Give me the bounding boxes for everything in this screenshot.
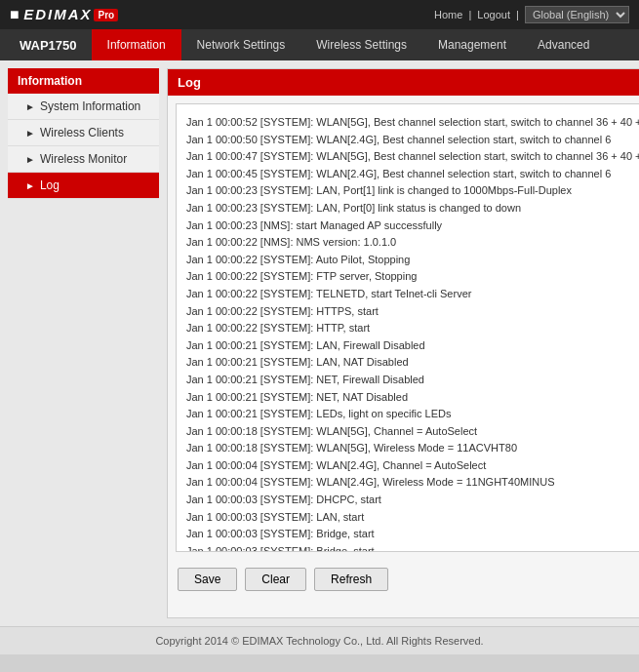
arrow-icon: ► [25, 101, 35, 112]
header-links: Home | Logout | Global (English) [434, 6, 629, 23]
log-entry: Jan 1 00:00:21 [SYSTEM]: LEDs, light on … [186, 406, 639, 423]
language-select[interactable]: Global (English) [525, 6, 629, 23]
log-entry: Jan 1 00:00:21 [SYSTEM]: LAN, NAT Disabl… [186, 354, 639, 372]
tab-management[interactable]: Management [422, 29, 522, 60]
log-entry: Jan 1 00:00:03 [SYSTEM]: Bridge, start [186, 543, 639, 552]
footer-text: Copyright 2014 © EDIMAX Technology Co., … [155, 635, 483, 647]
log-entry: Jan 1 00:00:03 [SYSTEM]: LAN, start [186, 509, 639, 527]
log-entry: Jan 1 00:00:22 [SYSTEM]: FTP server, Sto… [186, 268, 639, 286]
content-panel: Log Jan 1 00:00:52 [SYSTEM]: WLAN[5G], B… [167, 68, 639, 618]
sidebar-header: Information [8, 68, 159, 94]
arrow-icon: ► [25, 128, 35, 138]
log-entry: Jan 1 00:00:18 [SYSTEM]: WLAN[5G], Wirel… [186, 440, 639, 457]
log-entry: Jan 1 00:00:22 [SYSTEM]: HTTP, start [186, 320, 639, 337]
tab-wireless-settings[interactable]: Wireless Settings [300, 29, 422, 60]
log-entry: Jan 1 00:00:22 [SYSTEM]: TELNETD, start … [186, 286, 639, 303]
button-row: Save Clear Refresh [168, 560, 639, 599]
logout-link[interactable]: Logout [477, 9, 510, 20]
sidebar-item-wireless-clients[interactable]: ► Wireless Clients [8, 120, 159, 146]
log-entry: Jan 1 00:00:50 [SYSTEM]: WLAN[2.4G], Bes… [186, 132, 639, 149]
log-entry: Jan 1 00:00:04 [SYSTEM]: WLAN[2.4G], Cha… [186, 457, 639, 475]
logo-pro-badge: Pro [94, 9, 118, 21]
log-entry: Jan 1 00:00:52 [SYSTEM]: WLAN[5G], Best … [186, 114, 639, 132]
sidebar-item-log[interactable]: ► Log [8, 173, 159, 199]
log-entry: Jan 1 00:00:22 [NMS]: NMS version: 1.0.1… [186, 234, 639, 252]
refresh-button[interactable]: Refresh [314, 568, 388, 591]
content-title: Log [168, 69, 639, 96]
tab-network-settings[interactable]: Network Settings [181, 29, 301, 60]
log-entry: Jan 1 00:00:21 [SYSTEM]: NET, NAT Disabl… [186, 389, 639, 407]
logo: ■ EDIMAX Pro [10, 6, 118, 23]
log-entry: Jan 1 00:00:03 [SYSTEM]: Bridge, start [186, 526, 639, 543]
arrow-icon: ► [25, 180, 35, 191]
sidebar-item-system-information[interactable]: ► System Information [8, 94, 159, 120]
log-entry: Jan 1 00:00:45 [SYSTEM]: WLAN[2.4G], Bes… [186, 166, 639, 183]
log-entry: Jan 1 00:00:04 [SYSTEM]: WLAN[2.4G], Wir… [186, 474, 639, 492]
tab-advanced[interactable]: Advanced [522, 29, 605, 60]
logo-edimax: ■ EDIMAX [10, 6, 92, 23]
device-name-label: WAP1750 [5, 29, 92, 60]
log-output[interactable]: Jan 1 00:00:52 [SYSTEM]: WLAN[5G], Best … [176, 103, 639, 552]
footer: Copyright 2014 © EDIMAX Technology Co., … [0, 626, 639, 654]
tab-information[interactable]: Information [92, 29, 181, 60]
log-entry: Jan 1 00:00:22 [SYSTEM]: HTTPS, start [186, 303, 639, 321]
log-entry: Jan 1 00:00:23 [SYSTEM]: LAN, Port[0] li… [186, 200, 639, 217]
log-entry: Jan 1 00:00:21 [SYSTEM]: LAN, Firewall D… [186, 337, 639, 355]
log-entry: Jan 1 00:00:21 [SYSTEM]: NET, Firewall D… [186, 372, 639, 389]
log-entry: Jan 1 00:00:47 [SYSTEM]: WLAN[5G], Best … [186, 148, 639, 166]
sidebar-item-wireless-monitor[interactable]: ► Wireless Monitor [8, 146, 159, 173]
home-link[interactable]: Home [434, 9, 462, 20]
log-entry: Jan 1 00:00:23 [SYSTEM]: LAN, Port[1] li… [186, 182, 639, 200]
arrow-icon: ► [25, 154, 35, 165]
main-layout: Information ► System Information ► Wirel… [0, 60, 639, 626]
log-entry: Jan 1 00:00:18 [SYSTEM]: WLAN[5G], Chann… [186, 423, 639, 441]
sidebar: Information ► System Information ► Wirel… [8, 68, 159, 618]
header: ■ EDIMAX Pro Home | Logout | Global (Eng… [0, 0, 639, 29]
log-entry: Jan 1 00:00:03 [SYSTEM]: DHCPC, start [186, 492, 639, 509]
save-button[interactable]: Save [178, 568, 237, 591]
clear-button[interactable]: Clear [245, 568, 306, 591]
log-entry: Jan 1 00:00:22 [SYSTEM]: Auto Pilot, Sto… [186, 252, 639, 269]
navbar: WAP1750 Information Network Settings Wir… [0, 29, 639, 60]
log-entry: Jan 1 00:00:23 [NMS]: start Managed AP s… [186, 217, 639, 235]
